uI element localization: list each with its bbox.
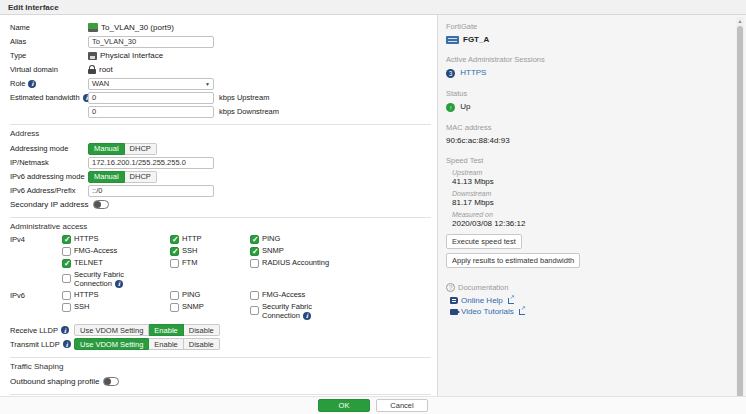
receive-lldp-segment: Use VDOM Setting Enable Disable <box>74 324 220 336</box>
ipv4-label: IPv4 <box>10 235 62 244</box>
transmit-lldp-vdom-button[interactable]: Use VDOM Setting <box>74 338 149 350</box>
downstream-label: Downstream <box>452 190 728 197</box>
ipv4-http-item[interactable]: HTTP <box>170 235 250 246</box>
name-row: Name To_VLAN_30 (port9) <box>10 21 429 34</box>
checkbox[interactable] <box>170 291 179 300</box>
page-title: Edit Interface <box>0 0 746 15</box>
type-row: Type Physical Interface <box>10 49 429 62</box>
upstream-value: 41.13 Mbps <box>452 177 728 186</box>
ipv6-https-item[interactable]: HTTPS <box>62 291 170 302</box>
ipv6-ssh-item[interactable]: SSH <box>62 303 170 314</box>
addressing-mode-segment: Manual DHCP <box>88 143 157 155</box>
info-icon[interactable]: i <box>61 326 69 334</box>
ipv6-snmp-item[interactable]: SNMP <box>170 303 250 314</box>
speedtest-label: Speed Test <box>446 156 728 165</box>
https-sessions-link[interactable]: HTTPS <box>460 68 486 77</box>
external-link-icon <box>519 309 525 315</box>
ip-netmask-label: IP/Netmask <box>10 158 88 167</box>
addressing-dhcp-button[interactable]: DHCP <box>125 143 157 155</box>
cancel-button[interactable]: Cancel <box>376 399 428 412</box>
secondary-ip-toggle[interactable] <box>93 200 109 209</box>
checkbox[interactable] <box>62 303 71 312</box>
type-value: Physical Interface <box>100 51 163 60</box>
ipv6-ping-item[interactable]: PING <box>170 291 250 302</box>
status-label: Status <box>446 89 728 98</box>
status-value: Up <box>460 102 470 111</box>
scrollbar-thumb[interactable] <box>737 26 743 403</box>
checkbox[interactable] <box>62 274 71 283</box>
info-icon[interactable]: i <box>303 312 311 320</box>
status-up-icon: ↑ <box>446 103 455 112</box>
checkbox[interactable] <box>170 247 179 256</box>
ipv6-fmg-item[interactable]: FMG-Access <box>250 291 429 302</box>
video-tutorials-link[interactable]: Video Tutorials <box>461 307 514 316</box>
checkbox[interactable] <box>62 247 71 256</box>
info-icon[interactable]: i <box>115 280 123 288</box>
bandwidth-label: Estimated bandwidth <box>10 93 80 102</box>
ipv4-https-item[interactable]: HTTPS <box>62 235 170 246</box>
checkbox[interactable] <box>170 259 179 268</box>
receive-lldp-disable-button[interactable]: Disable <box>184 324 220 336</box>
transmit-lldp-disable-button[interactable]: Disable <box>184 338 220 350</box>
sessions-label: Active Administrator Sessions <box>446 55 728 64</box>
ipv4-ssh-item[interactable]: SSH <box>170 247 250 258</box>
vdom-label: Virtual domain <box>10 65 88 74</box>
checkbox[interactable] <box>170 303 179 312</box>
checkbox[interactable] <box>250 259 259 268</box>
checkbox[interactable] <box>250 247 259 256</box>
ipv6-access-grid: IPv6 HTTPS SSH PING SNMP FMG-Access Secu… <box>10 291 429 321</box>
interface-status-icon <box>88 23 98 32</box>
upstream-label: Upstream <box>452 169 728 176</box>
ipv4-radius-item[interactable]: RADIUS Accounting <box>250 259 429 270</box>
admin-access-section-title: Administrative access <box>10 217 431 231</box>
outbound-shaping-toggle[interactable] <box>103 377 119 386</box>
ipv6-address-input[interactable]: ::/0 <box>88 185 214 197</box>
info-icon[interactable]: i <box>28 80 36 88</box>
ipv6-manual-button[interactable]: Manual <box>88 171 125 183</box>
ipv4-snmp-item[interactable]: SNMP <box>250 247 429 258</box>
checkbox[interactable] <box>62 291 71 300</box>
checkbox[interactable] <box>250 291 259 300</box>
fortigate-device-icon <box>446 36 459 44</box>
ipv4-ping-item[interactable]: PING <box>250 235 429 246</box>
ip-netmask-input[interactable]: 172.16.200.1/255.255.255.0 <box>88 157 214 169</box>
online-help-link[interactable]: Online Help <box>461 296 503 305</box>
type-label: Type <box>10 51 88 60</box>
ipv4-telnet-item[interactable]: TELNET <box>62 259 170 270</box>
ipv6-mode-segment: Manual DHCP <box>88 171 157 183</box>
measured-on-value: 2020/03/08 12:36:12 <box>452 219 728 228</box>
checkbox[interactable] <box>250 235 259 244</box>
addressing-mode-row: Addressing mode Manual DHCP <box>10 142 429 155</box>
mac-label: MAC address <box>446 123 728 132</box>
upstream-bandwidth-input[interactable]: 0 <box>88 92 214 104</box>
alias-input[interactable]: To_VLAN_30 <box>88 36 214 48</box>
documentation-label: Documentation <box>458 283 508 292</box>
execute-speed-test-button[interactable]: Execute speed test <box>446 234 522 249</box>
checkbox[interactable] <box>62 259 71 268</box>
receive-lldp-enable-button[interactable]: Enable <box>149 324 183 336</box>
sidebar-scrollbar[interactable]: ▲ ▼ <box>736 17 744 412</box>
online-help-row[interactable]: Online Help <box>450 296 728 305</box>
outbound-shaping-label: Outbound shaping profile <box>10 377 99 386</box>
role-select[interactable]: WAN ▼ <box>88 78 214 90</box>
checkbox[interactable] <box>170 235 179 244</box>
downstream-bandwidth-input[interactable]: 0 <box>88 106 214 118</box>
mac-value: 90:6c:ac:88:4d:93 <box>446 136 728 145</box>
receive-lldp-vdom-button[interactable]: Use VDOM Setting <box>74 324 149 336</box>
info-icon[interactable]: i <box>63 340 71 348</box>
addressing-manual-button[interactable]: Manual <box>88 143 125 155</box>
transmit-lldp-segment: Use VDOM Setting Enable Disable <box>74 338 220 350</box>
ipv6-dhcp-button[interactable]: DHCP <box>125 171 157 183</box>
ok-button[interactable]: OK <box>318 399 370 412</box>
checkbox[interactable] <box>250 306 259 315</box>
scroll-up-icon[interactable]: ▲ <box>736 17 744 25</box>
secondary-ip-label: Secondary IP address <box>10 200 89 209</box>
apply-results-button[interactable]: Apply results to estimated bandwidth <box>446 253 580 268</box>
ipv4-ftm-item[interactable]: FTM <box>170 259 250 270</box>
checkbox[interactable] <box>62 235 71 244</box>
ipv4-sfc-item[interactable]: Security Fabric Connectioni <box>62 271 170 288</box>
video-tutorials-row[interactable]: Video Tutorials <box>450 307 728 316</box>
ipv4-fmg-item[interactable]: FMG-Access <box>62 247 170 258</box>
ipv6-sfc-item[interactable]: Security Fabric Connectioni <box>250 303 429 320</box>
transmit-lldp-enable-button[interactable]: Enable <box>149 338 183 350</box>
